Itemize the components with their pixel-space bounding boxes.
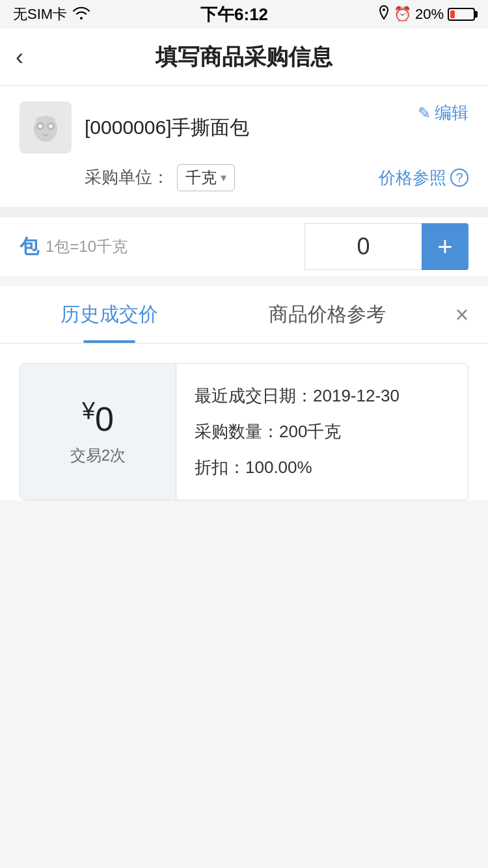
currency-symbol: ¥ (82, 398, 95, 424)
quantity-plus-button[interactable]: + (422, 223, 468, 270)
quantity-row: 包 1包=10千克 + (0, 217, 488, 276)
location-icon (378, 5, 390, 23)
status-bar: 无SIM卡 下午6:12 ⏰ 20% (0, 0, 488, 29)
quantity-input[interactable] (305, 223, 422, 270)
product-left: [0000006]手撕面包 (20, 102, 249, 154)
tab-product-price[interactable]: 商品价格参考 (218, 286, 436, 343)
quantity-value: 200千克 (279, 422, 341, 441)
purchase-quantity-row: 采购数量：200千克 (195, 419, 450, 444)
alarm-icon: ⏰ (394, 6, 411, 23)
chevron-down-icon: ▾ (221, 170, 226, 185)
tab-history-label: 历史成交价 (61, 301, 158, 328)
main-content (0, 520, 488, 868)
unit-label: 采购单位： (85, 167, 169, 187)
svg-point-1 (34, 116, 57, 142)
wifi-icon (72, 5, 90, 23)
latest-date-value: 2019-12-30 (313, 386, 400, 405)
edit-icon: ✎ (418, 104, 431, 122)
price-card: ¥0 交易2次 最近成交日期：2019-12-30 采购数量：200千克 折扣：… (20, 363, 468, 500)
price-reference-panel: 历史成交价 商品价格参考 × ¥0 交易2次 最近成交日期：2019-12-30… (0, 286, 488, 500)
product-id: [0000006] (85, 116, 171, 138)
battery-fill (450, 10, 455, 18)
svg-point-4 (38, 124, 42, 128)
svg-point-0 (383, 8, 385, 11)
close-icon: × (455, 301, 468, 329)
plus-icon: + (437, 234, 452, 260)
unit-icon-label: 包 (20, 234, 39, 260)
unit-select-button[interactable]: 千克 ▾ (177, 164, 235, 191)
unit-selector-group: 采购单位： 千克 ▾ (85, 164, 235, 191)
product-name: [0000006]手撕面包 (85, 115, 249, 141)
time-display: 下午6:12 (200, 3, 268, 26)
edit-label: 编辑 (435, 102, 468, 124)
unit-info: 包 1包=10千克 (20, 234, 128, 260)
page-title: 填写商品采购信息 (156, 42, 332, 72)
price-ref-label: 价格参照 (379, 167, 446, 189)
status-left: 无SIM卡 (13, 5, 90, 24)
unit-value: 千克 (185, 167, 217, 188)
discount-value: 100.00% (245, 457, 312, 477)
battery-icon (448, 8, 475, 21)
svg-point-5 (49, 124, 53, 128)
edit-button[interactable]: ✎ 编辑 (418, 102, 468, 124)
price-details-panel: 最近成交日期：2019-12-30 采购数量：200千克 折扣：100.00% (176, 364, 468, 500)
discount-row: 折扣：100.00% (195, 455, 450, 480)
product-card: [0000006]手撕面包 ✎ 编辑 采购单位： 千克 ▾ 价格参照 ? (0, 86, 488, 207)
battery-text: 20% (415, 6, 444, 23)
tab-history-price[interactable]: 历史成交价 (0, 286, 218, 343)
discount-label: 折扣： (195, 457, 245, 477)
product-header: [0000006]手撕面包 ✎ 编辑 (20, 102, 468, 154)
price-value: 0 (95, 400, 114, 438)
transaction-count: 交易2次 (70, 445, 126, 466)
product-logo-icon (26, 108, 65, 147)
product-name-text: 手撕面包 (171, 116, 249, 138)
section-divider (0, 207, 488, 217)
help-circle-icon: ? (450, 169, 468, 187)
status-right: ⏰ 20% (378, 5, 475, 23)
quantity-control: + (305, 223, 468, 270)
price-reference-button[interactable]: 价格参照 ? (379, 167, 468, 189)
tab-product-label: 商品价格参考 (269, 301, 386, 328)
latest-date-label: 最近成交日期： (195, 386, 313, 405)
price-amount: ¥0 (82, 398, 114, 439)
quantity-label: 采购数量： (195, 422, 279, 441)
product-unit-row: 采购单位： 千克 ▾ 价格参照 ? (85, 164, 468, 191)
tabs-header: 历史成交价 商品价格参考 × (0, 286, 488, 344)
latest-date-row: 最近成交日期：2019-12-30 (195, 383, 450, 409)
unit-conversion-text: 1包=10千克 (46, 236, 128, 257)
carrier-text: 无SIM卡 (13, 5, 67, 24)
product-thumbnail (20, 102, 72, 154)
nav-bar: ‹ 填写商品采购信息 (0, 29, 488, 86)
close-button[interactable]: × (436, 301, 488, 329)
price-summary-panel: ¥0 交易2次 (20, 364, 176, 500)
back-button[interactable]: ‹ (16, 44, 23, 71)
